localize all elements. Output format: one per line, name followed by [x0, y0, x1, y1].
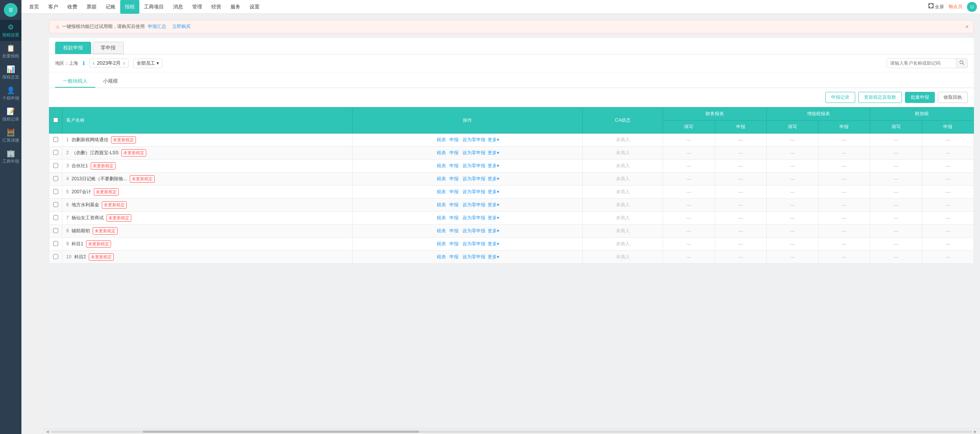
row-op-shuibiao-1[interactable]: 税表 — [437, 150, 446, 155]
shouguhuitui-button[interactable]: 收取回执 — [938, 92, 968, 103]
row-checkbox-8[interactable] — [53, 241, 58, 246]
row-checkbox-3[interactable] — [53, 176, 58, 181]
nav-industrial[interactable]: 工商项目 — [139, 0, 168, 14]
nav-message[interactable]: 消息 — [168, 0, 188, 14]
row-op-ling-8[interactable]: 设为零申报 — [462, 241, 485, 246]
scroll-right-arrow[interactable]: ▶ — [972, 429, 978, 434]
dept-selector[interactable]: 全部员工 ▾ — [133, 59, 162, 68]
row-op-more-8[interactable]: 更多▾ — [488, 241, 499, 247]
user-avatar[interactable]: U — [967, 2, 977, 12]
piliang-shenbao-button[interactable]: 批量申报 — [905, 92, 935, 103]
row-op-shuibiao-8[interactable]: 税表 — [437, 241, 446, 246]
row-op-ling-0[interactable]: 设为零申报 — [462, 137, 485, 142]
nav-fee[interactable]: 收费 — [63, 0, 82, 14]
banner-close[interactable]: ✕ — [965, 24, 969, 29]
nav-manage[interactable]: 管理 — [188, 0, 207, 14]
row-checkbox-0[interactable] — [53, 137, 58, 142]
tab-yiban-nashui[interactable]: 一般纳税人 — [55, 75, 95, 88]
nav-invoice[interactable]: 票据 — [82, 0, 101, 14]
scrollbar-track[interactable] — [51, 431, 972, 433]
row-op-more-0[interactable]: 更多▾ — [488, 137, 499, 143]
row-op-shenbao-1[interactable]: 申报 — [449, 150, 459, 155]
sidebar-item-baoshui-jilu[interactable]: 📝 报税记录 — [0, 104, 21, 125]
gengxinshuiding-button[interactable]: 更新税定及取数 — [858, 92, 902, 103]
row-checkbox-2[interactable] — [53, 163, 58, 168]
scrollbar-thumb[interactable] — [143, 431, 419, 433]
row-op-shenbao-6[interactable]: 申报 — [449, 215, 459, 220]
row-op-shenbao-9[interactable]: 申报 — [449, 254, 459, 259]
nav-tax[interactable]: 报税 — [120, 0, 139, 14]
row-op-shuibiao-9[interactable]: 税表 — [437, 254, 446, 259]
row-op-ling-4[interactable]: 设为零申报 — [462, 189, 485, 194]
row-op-shenbao-3[interactable]: 申报 — [449, 176, 459, 181]
nav-client[interactable]: 客户 — [44, 0, 63, 14]
row-op-shenbao-7[interactable]: 申报 — [449, 228, 459, 233]
row-op-more-9[interactable]: 更多▾ — [488, 254, 499, 260]
row-op-more-2[interactable]: 更多▾ — [488, 163, 499, 169]
nav-service[interactable]: 服务 — [226, 0, 245, 14]
row-cw1-0: — — [663, 134, 715, 147]
row-op-ling-2[interactable]: 设为零申报 — [462, 163, 485, 168]
sidebar-item-baoshui-zonglan[interactable]: 📊 报税总览 — [0, 62, 21, 83]
scroll-left-arrow[interactable]: ◀ — [44, 429, 51, 434]
banner-link-summary[interactable]: 申报汇总 — [148, 23, 166, 30]
member-btn[interactable]: 畅会员 — [949, 3, 962, 10]
date-prev-arrow[interactable]: ‹ — [93, 60, 95, 67]
row-op-more-5[interactable]: 更多▾ — [488, 202, 499, 208]
tab-ling-shenbao[interactable]: 零申报 — [93, 42, 124, 54]
tab-xiaogui-mo[interactable]: 小规模 — [95, 75, 126, 88]
row-cw2-5: — — [715, 199, 766, 212]
row-op-ling-5[interactable]: 设为零申报 — [462, 202, 485, 207]
row-op-shuibiao-2[interactable]: 税表 — [437, 163, 446, 168]
nav-business[interactable]: 经营 — [207, 0, 226, 14]
row-op-shenbao-8[interactable]: 申报 — [449, 241, 459, 246]
date-next-arrow[interactable]: › — [123, 60, 125, 67]
banner-link-buy[interactable]: 立即购买 — [172, 23, 191, 30]
sidebar-item-baoshui-shezhi[interactable]: ⚙ 报税设置 — [0, 20, 21, 41]
row-checkbox-7[interactable] — [53, 228, 58, 233]
row-checkbox-5[interactable] — [53, 202, 58, 207]
row-op-shuibiao-4[interactable]: 税表 — [437, 189, 446, 194]
row-op-shenbao-4[interactable]: 申报 — [449, 189, 459, 194]
fullscreen-btn[interactable]: 全屏 — [928, 3, 944, 10]
row-checkbox-6[interactable] — [53, 215, 58, 220]
row-op-ling-6[interactable]: 设为零申报 — [462, 215, 485, 220]
row-op-ling-9[interactable]: 设为零申报 — [462, 254, 485, 259]
horizontal-scrollbar[interactable]: ◀ ▶ — [43, 429, 980, 434]
row-op-more-7[interactable]: 更多▾ — [488, 228, 499, 234]
shenbaojilu-button[interactable]: 申报记录 — [825, 92, 855, 103]
app-logo[interactable]: 草 — [4, 3, 18, 17]
row-op-ling-3[interactable]: 设为零申报 — [462, 176, 485, 181]
row-op-more-1[interactable]: 更多▾ — [488, 150, 499, 156]
row-op-shenbao-0[interactable]: 申报 — [449, 137, 459, 142]
row-checkbox-4[interactable] — [53, 189, 58, 194]
nav-bookkeeping[interactable]: 记账 — [101, 0, 120, 14]
sidebar-item-geren-shenbao[interactable]: 👤 个税申报 — [0, 83, 21, 104]
row-op-shuibiao-5[interactable]: 税表 — [437, 202, 446, 207]
sidebar-item-gongshang-nianbao[interactable]: 🏢 工商年报 — [0, 146, 21, 167]
row-fj2-0: — — [922, 134, 973, 147]
row-op-shenbao-2[interactable]: 申报 — [449, 163, 459, 168]
select-all-checkbox[interactable] — [53, 117, 58, 122]
sidebar-item-piliang-baoshui[interactable]: 📋 批量报税 — [0, 41, 21, 62]
row-checkbox-1[interactable] — [53, 150, 58, 155]
row-op-shuibiao-0[interactable]: 税表 — [437, 137, 446, 142]
search-button[interactable] — [956, 59, 967, 68]
row-op-more-4[interactable]: 更多▾ — [488, 189, 499, 195]
nav-home[interactable]: 首页 — [24, 0, 44, 14]
row-op-shenbao-5[interactable]: 申报 — [449, 202, 459, 207]
row-op-more-6[interactable]: 更多▾ — [488, 215, 499, 221]
nav-settings[interactable]: 设置 — [245, 0, 264, 14]
row-op-ling-7[interactable]: 设为零申报 — [462, 228, 485, 233]
row-op-shuibiao-7[interactable]: 税表 — [437, 228, 446, 233]
row-op-more-3[interactable]: 更多▾ — [488, 176, 499, 182]
row-op-shuibiao-6[interactable]: 税表 — [437, 215, 446, 220]
row-checkbox-9[interactable] — [53, 254, 58, 259]
search-input[interactable] — [887, 59, 956, 67]
tab-shuikuan-shenbao[interactable]: 税款申报 — [55, 42, 91, 54]
row-fj1-1: — — [870, 147, 922, 160]
row-op-ling-1[interactable]: 设为零申报 — [462, 150, 485, 155]
sidebar-item-jisuan-qingshu[interactable]: 🧮 汇算清缴 — [0, 125, 21, 146]
table-row: 7 杨仙女工资商试 未更新税定 税表 申报 设为零申报 更多▾ 未填入 — — … — [49, 212, 974, 225]
row-op-shuibiao-3[interactable]: 税表 — [437, 176, 446, 181]
